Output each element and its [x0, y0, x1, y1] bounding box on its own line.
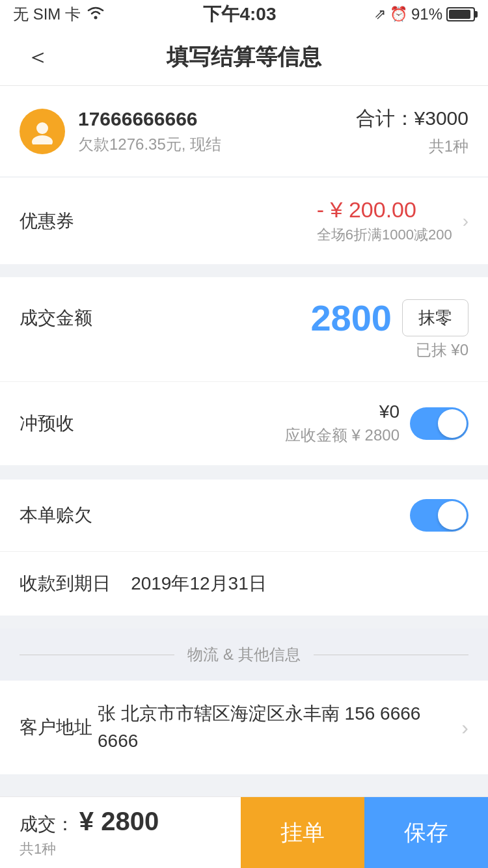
- address-value: 张 北京市市辖区海淀区永丰南 156 6666 6666: [98, 700, 455, 755]
- divider-text: 物流 & 其他信息: [187, 644, 300, 665]
- coupon-sub: 全场6折满1000减200: [317, 225, 452, 245]
- due-date-row: 收款到期日 2019年12月31日: [0, 551, 488, 616]
- debt-toggle[interactable]: [410, 499, 468, 532]
- bottom-bar: 成交： ¥ 2800 共1种 挂单 保存: [0, 796, 488, 868]
- address-label: 客户地址: [20, 715, 98, 740]
- sim-text: 无 SIM 卡: [13, 4, 81, 25]
- coupon-right: - ¥ 200.00 全场6折满1000减200 ›: [317, 197, 468, 245]
- customer-total: 合计：¥3000 共1种: [356, 105, 468, 157]
- address-chevron-icon: ›: [461, 716, 468, 740]
- divider-line-right: [314, 655, 468, 655]
- prereceive-row: 冲预收 ¥0 应收金额 ¥ 2800: [20, 401, 468, 446]
- amount-value: 2800: [310, 297, 392, 339]
- page-title: 填写结算等信息: [167, 42, 321, 72]
- status-bar: 无 SIM 卡 下午4:03 ⇗ ⏰ 91%: [0, 0, 488, 29]
- amount-section: 成交金额 2800 抹零 已抹 ¥0: [0, 277, 488, 380]
- status-time: 下午4:03: [203, 2, 276, 27]
- debt-row: 本单赊欠: [0, 480, 488, 551]
- bottom-info: 成交： ¥ 2800 共1种: [0, 797, 241, 868]
- battery-percent: 91%: [411, 5, 442, 23]
- status-right: ⇗ ⏰ 91%: [374, 5, 475, 23]
- svg-point-0: [94, 16, 98, 20]
- alarm-icon: ⏰: [390, 6, 407, 23]
- pending-button[interactable]: 挂单: [241, 797, 364, 868]
- prereceive-section: 冲预收 ¥0 应收金额 ¥ 2800: [0, 381, 488, 465]
- debt-toggle-knob: [438, 501, 467, 530]
- svg-point-2: [32, 135, 53, 144]
- amount-sub: 已抹 ¥0: [416, 341, 468, 359]
- divider-line-left: [20, 655, 174, 655]
- wifi-icon: [86, 5, 105, 23]
- amount-row: 成交金额 2800 抹零: [20, 297, 468, 339]
- transaction-section: 成交金额 2800 抹零 已抹 ¥0 冲预收 ¥0 应收金额 ¥ 2800: [0, 277, 488, 465]
- back-button[interactable]: ＜: [20, 34, 56, 79]
- customer-sub: 欠款1276.35元, 现结: [78, 134, 356, 155]
- total-count: 共1种: [356, 136, 468, 157]
- prereceive-amount-col: ¥0 应收金额 ¥ 2800: [285, 401, 400, 446]
- customer-phone: 17666666666: [78, 108, 356, 130]
- bottom-deal-label: 成交：: [20, 814, 74, 834]
- prereceive-amount: ¥0: [285, 401, 400, 422]
- customer-info: 17666666666 欠款1276.35元, 现结: [78, 108, 356, 155]
- status-left: 无 SIM 卡: [13, 4, 105, 25]
- location-icon: ⇗: [374, 6, 386, 23]
- address-row[interactable]: 客户地址 张 北京市市辖区海淀区永丰南 156 6666 6666 ›: [0, 681, 488, 774]
- bottom-amount: ¥ 2800: [79, 807, 159, 835]
- amount-right: 2800 抹零: [310, 297, 468, 339]
- prereceive-sub: 应收金额 ¥ 2800: [285, 425, 400, 446]
- coupon-label: 优惠券: [20, 209, 74, 234]
- battery-icon: [446, 7, 475, 21]
- section-divider: 物流 & 其他信息: [0, 629, 488, 681]
- coupon-value: - ¥ 200.00 全场6折满1000减200: [317, 197, 452, 245]
- amount-label: 成交金额: [20, 306, 92, 331]
- bottom-count: 共1种: [20, 839, 221, 859]
- save-button[interactable]: 保存: [364, 797, 488, 868]
- total-amount: 合计：¥3000: [356, 105, 468, 132]
- due-date-label: 收款到期日 2019年12月31日: [20, 571, 267, 596]
- debt-label: 本单赊欠: [20, 503, 92, 528]
- customer-row: 17666666666 欠款1276.35元, 现结 合计：¥3000 共1种: [0, 86, 488, 176]
- prereceive-toggle[interactable]: [410, 407, 468, 440]
- toggle-knob: [438, 409, 467, 438]
- coupon-row[interactable]: 优惠券 - ¥ 200.00 全场6折满1000减200 ›: [0, 178, 488, 264]
- svg-point-1: [36, 122, 48, 134]
- coupon-discount: - ¥ 200.00: [317, 197, 452, 223]
- prereceive-label: 冲预收: [20, 411, 74, 436]
- nav-bar: ＜ 填写结算等信息: [0, 29, 488, 86]
- avatar: [20, 109, 65, 154]
- prereceive-right: ¥0 应收金额 ¥ 2800: [285, 401, 468, 446]
- chevron-right-icon: ›: [463, 211, 468, 232]
- round-button[interactable]: 抹零: [402, 299, 468, 336]
- due-date-value: 2019年12月31日: [131, 573, 267, 593]
- content: 17666666666 欠款1276.35元, 现结 合计：¥3000 共1种 …: [0, 86, 488, 868]
- section-gap-1: [0, 467, 488, 480]
- bottom-deal-row: 成交： ¥ 2800: [20, 807, 221, 837]
